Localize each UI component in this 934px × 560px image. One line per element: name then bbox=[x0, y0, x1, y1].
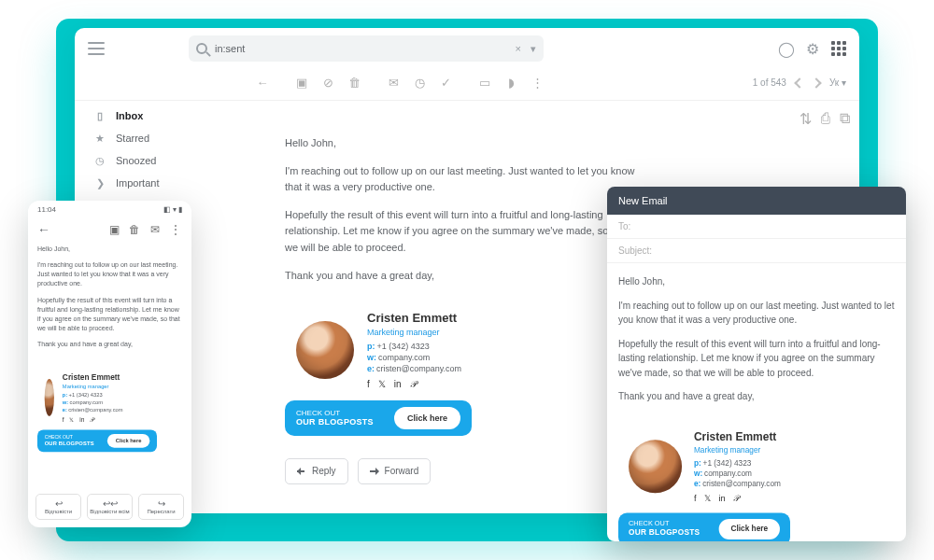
prev-icon[interactable] bbox=[794, 77, 804, 88]
facebook-icon[interactable]: f bbox=[367, 378, 370, 391]
banner-top-text: CHECK OUT bbox=[296, 409, 340, 417]
signature-social: f 𝕏 in 𝒫 bbox=[63, 415, 123, 424]
mobile-reply-button[interactable]: ↩Відповісти bbox=[35, 494, 81, 520]
task-icon[interactable]: ✓ bbox=[435, 73, 456, 93]
snooze-icon[interactable]: ◷ bbox=[409, 73, 430, 93]
email-body: Hello John, I'm reaching out to follow u… bbox=[285, 135, 640, 484]
twitter-icon[interactable]: 𝕏 bbox=[378, 378, 386, 391]
email-paragraph: Hopefully the result of this event will … bbox=[37, 296, 182, 334]
clock-icon: ◷ bbox=[93, 154, 106, 167]
reply-button[interactable]: Reply bbox=[285, 458, 348, 484]
message-toolbar: ← ▣ ⊘ 🗑 ✉ ◷ ✓ ▭ ◗ ⋮ 1 of 543 Ук ▾ bbox=[75, 69, 859, 101]
search-box[interactable]: × ▾ bbox=[189, 35, 544, 62]
banner-button[interactable]: Click here bbox=[107, 434, 149, 448]
mobile-status-bar: 11:04 ◧ ▾ ▮ bbox=[28, 201, 191, 218]
avatar bbox=[45, 380, 54, 417]
mail-icon[interactable]: ✉ bbox=[149, 223, 162, 236]
search-icon bbox=[196, 43, 207, 54]
settings-icon[interactable]: ⚙ bbox=[805, 41, 820, 56]
signature-title: Marketing manager bbox=[694, 444, 781, 455]
linkedin-icon[interactable]: in bbox=[718, 492, 725, 503]
mobile-reply-all-button[interactable]: ↩↩Відповісти всім bbox=[87, 494, 133, 520]
mobile-status-icons: ◧ ▾ ▮ bbox=[163, 205, 182, 214]
top-bar: × ▾ ◯ ⚙ bbox=[75, 28, 859, 69]
twitter-icon[interactable]: 𝕏 bbox=[704, 492, 711, 503]
signature-phone: p:+1 (342) 4323 bbox=[694, 457, 781, 468]
reply-actions: Reply Forward bbox=[285, 458, 640, 484]
archive-icon[interactable]: ▣ bbox=[107, 223, 120, 236]
back-icon[interactable]: ← bbox=[252, 73, 273, 93]
pinterest-icon[interactable]: 𝒫 bbox=[410, 378, 417, 391]
more-icon[interactable]: ⋮ bbox=[527, 73, 547, 93]
signature-web: w:company.com bbox=[694, 468, 781, 478]
next-icon[interactable] bbox=[811, 77, 821, 88]
popout-icon[interactable]: ⧉ bbox=[840, 110, 850, 128]
sidebar-item-inbox[interactable]: ▯Inbox bbox=[82, 105, 241, 127]
sidebar-item-starred[interactable]: ★Starred bbox=[82, 127, 241, 149]
signature-email: e:cristen@company.com bbox=[367, 363, 461, 374]
label-icon[interactable]: ◗ bbox=[501, 73, 521, 93]
signature-email: e:cristen@company.com bbox=[63, 406, 123, 413]
search-input[interactable] bbox=[215, 43, 508, 54]
spam-icon[interactable]: ⊘ bbox=[318, 73, 338, 93]
mobile-action-row: ↩Відповісти ↩↩Відповісти всім ↪Переслати bbox=[35, 494, 184, 520]
twitter-icon[interactable]: 𝕏 bbox=[69, 415, 74, 424]
linkedin-icon[interactable]: in bbox=[79, 415, 84, 424]
lang-selector[interactable]: Ук ▾ bbox=[829, 77, 846, 88]
sidebar-item-label: Snoozed bbox=[116, 155, 156, 166]
more-icon[interactable]: ⋮ bbox=[169, 223, 182, 236]
email-greeting: Hello John, bbox=[618, 274, 895, 289]
move-icon[interactable]: ▭ bbox=[474, 73, 495, 93]
signature-social: f 𝕏 in 𝒫 bbox=[367, 378, 461, 391]
banner-top-text: CHECK OUT bbox=[45, 435, 73, 441]
mobile-toolbar: ← ▣ 🗑 ✉ ⋮ bbox=[28, 218, 191, 245]
mobile-forward-button[interactable]: ↪Переслати bbox=[138, 494, 184, 520]
unread-icon[interactable]: ✉ bbox=[383, 73, 403, 93]
sidebar-item-important[interactable]: ❯Important bbox=[82, 172, 241, 194]
facebook-icon[interactable]: f bbox=[694, 492, 697, 503]
star-icon: ★ bbox=[93, 132, 106, 145]
linkedin-icon[interactable]: in bbox=[394, 378, 402, 391]
signature-phone: p:+1 (342) 4323 bbox=[367, 341, 461, 352]
banner-main-text: OUR BLOGPOSTS bbox=[45, 441, 94, 447]
banner-button[interactable]: Click here bbox=[394, 407, 460, 429]
clear-search-icon[interactable]: × bbox=[516, 43, 521, 54]
forward-button[interactable]: Forward bbox=[358, 458, 432, 484]
signature-name: Cristen Emmett bbox=[367, 310, 461, 327]
signature-banner: CHECK OUTOUR BLOGPOSTS Click here bbox=[618, 512, 790, 541]
apps-icon[interactable] bbox=[831, 41, 846, 56]
archive-icon[interactable]: ▣ bbox=[291, 73, 312, 93]
print-icon[interactable]: ⎙ bbox=[821, 110, 830, 128]
signature-email: e:cristen@company.com bbox=[694, 478, 781, 488]
compose-to-field[interactable]: To: bbox=[607, 215, 906, 239]
inbox-icon: ▯ bbox=[93, 109, 106, 122]
sidebar-item-snoozed[interactable]: ◷Snoozed bbox=[82, 149, 241, 172]
banner-button[interactable]: Click here bbox=[719, 518, 780, 539]
important-icon: ❯ bbox=[93, 176, 106, 189]
email-paragraph: Thank you and have a great day, bbox=[37, 340, 182, 349]
email-greeting: Hello John, bbox=[285, 135, 640, 152]
expand-icon[interactable]: ⇅ bbox=[800, 110, 812, 128]
compose-title[interactable]: New Email bbox=[607, 187, 906, 215]
search-dropdown-icon[interactable]: ▾ bbox=[531, 43, 536, 55]
banner-top-text: CHECK OUT bbox=[629, 520, 669, 527]
signature-name: Cristen Emmett bbox=[694, 429, 781, 444]
mobile-email-body: Hello John, I'm reaching out to follow u… bbox=[28, 245, 191, 464]
compose-body[interactable]: Hello John, I'm reaching out to follow u… bbox=[607, 263, 906, 541]
compose-subject-field[interactable]: Subject: bbox=[607, 239, 906, 263]
pager-count: 1 of 543 bbox=[753, 77, 786, 88]
facebook-icon[interactable]: f bbox=[63, 415, 64, 424]
email-paragraph: I'm reaching out to follow up on our las… bbox=[285, 163, 640, 196]
email-greeting: Hello John, bbox=[37, 245, 182, 254]
back-icon[interactable]: ← bbox=[37, 222, 50, 237]
pinterest-icon[interactable]: 𝒫 bbox=[90, 415, 93, 424]
email-paragraph: I'm reaching out to follow up on our las… bbox=[37, 260, 182, 288]
delete-icon[interactable]: 🗑 bbox=[344, 73, 364, 93]
menu-icon[interactable] bbox=[88, 42, 105, 55]
email-paragraph: Thank you and have a great day, bbox=[285, 268, 640, 285]
signature-banner: CHECK OUTOUR BLOGPOSTS Click here bbox=[37, 429, 157, 452]
forward-icon bbox=[370, 468, 379, 475]
delete-icon[interactable]: 🗑 bbox=[128, 223, 141, 236]
pinterest-icon[interactable]: 𝒫 bbox=[733, 492, 739, 503]
help-icon[interactable]: ◯ bbox=[779, 41, 794, 56]
